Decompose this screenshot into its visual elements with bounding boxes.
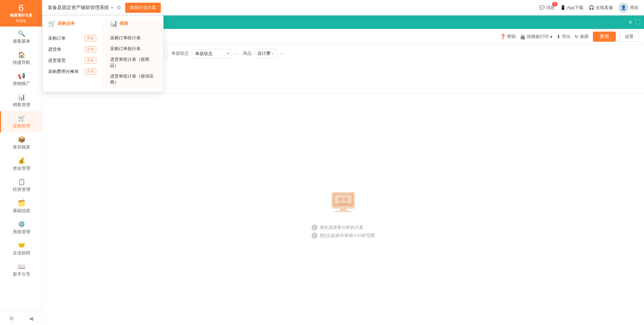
dropdown-item-stock-in-stat-supplier[interactable]: 进货单统计表（按供应商） — [110, 71, 158, 88]
doc-status-field: 单据状态 单据状态 ⋯ — [171, 49, 239, 58]
reports-col-title: 报表 — [119, 21, 128, 27]
hint-2: 2 用[过滤]条件来缩小分析范围 — [312, 233, 374, 239]
tab-close-all-icon[interactable]: ✕ — [628, 19, 633, 26]
stock-in-stat-supplier-label: 进货单统计表（按供应商） — [110, 73, 158, 85]
sidebar-item-enterprise[interactable]: 🤝 企业协同 — [0, 238, 42, 259]
sidebar-item-guide[interactable]: 📖 新手引导 — [0, 259, 42, 281]
sidebar-item-quick-nav[interactable]: 🏠 快捷导航 — [0, 48, 42, 69]
sidebar-item-search[interactable]: 🔍 搜索菜单 — [0, 27, 42, 48]
dropdown-item-purchase-order-stat[interactable]: 采购订单统计表 — [110, 33, 158, 43]
tab-maximize-icon[interactable]: ⛶ — [635, 19, 641, 25]
chevron-down-icon: ▾ — [111, 5, 113, 10]
industry-solution-button[interactable]: 体验行业方案 — [125, 3, 161, 13]
refresh-button[interactable]: ↻ 刷新 — [575, 34, 589, 40]
sidebar-item-basic-info[interactable]: 🗂️ 基础信息 — [0, 196, 42, 217]
basic-info-icon: 🗂️ — [18, 199, 25, 207]
dropdown-reports-col: 📊 报表 采购订单统计表 采购订单执行表 进货单统计表（按商品） 进货单统计表（… — [105, 20, 164, 88]
sidebar-item-operations[interactable]: 📋 经营管理 — [0, 175, 42, 196]
product-tag-close-icon[interactable]: × — [272, 51, 274, 55]
sidebar-item-system[interactable]: ⚙️ 系统管理 — [0, 217, 42, 238]
dropdown-columns: 🛒 采购业务 采购订单 历史 进货单 历史 进货退货 历史 采购费用分摊单 历史 — [43, 20, 163, 88]
sidebar-item-sales[interactable]: 📊 销售管理 — [0, 90, 42, 111]
system-title: 装备及固定资产辅助管理系统 — [48, 5, 109, 11]
reports-col-header: 📊 报表 — [110, 20, 158, 29]
sidebar-item-marketing-label: 营销推广 — [13, 81, 30, 87]
stock-in-history-badge: 历史 — [85, 46, 96, 52]
dropdown-item-stock-in-stat-product[interactable]: 进货单统计表（按商品） — [110, 54, 158, 71]
sidebar-item-quick-nav-label: 快捷导航 — [13, 59, 30, 66]
stock-return-label: 进货退货 — [48, 57, 66, 64]
logo-name: 畅捷通好生意 — [10, 13, 32, 18]
refresh-icon: ↻ — [575, 34, 579, 39]
dropdown-purchase-col: 🛒 采购业务 采购订单 历史 进货单 历史 进货退货 历史 采购费用分摊单 历史 — [43, 20, 102, 88]
query-button[interactable]: 查询 — [593, 32, 616, 42]
product-tag[interactable]: 设计费 × — [254, 49, 277, 58]
purchase-order-history-badge: 历史 — [85, 35, 96, 41]
hint-1: 1 请先选择要分析的方案 — [312, 225, 374, 231]
sidebar-item-operations-label: 经营管理 — [13, 187, 30, 193]
stock-in-stat-product-label: 进货单统计表（按商品） — [110, 56, 158, 69]
sidebar-item-purchase[interactable]: 🛒 采购管理 — [0, 111, 42, 132]
headset-icon: 🎧 — [589, 5, 594, 10]
export-label: 导出 — [562, 34, 571, 40]
empty-state: 1 请先选择要分析的方案 2 用[过滤]条件来缩小分析范围 — [42, 94, 644, 325]
doc-status-select-wrapper: 单据状态 — [191, 49, 232, 58]
avatar: 👤 — [618, 3, 629, 13]
phone-icon: 📱 — [560, 5, 566, 10]
marketing-icon: 📢 — [18, 72, 25, 80]
empty-illustration — [323, 180, 363, 220]
dropdown-item-stock-return[interactable]: 进货退货 历史 — [48, 55, 96, 66]
capital-icon: 💰 — [18, 157, 25, 164]
purchase-col-icon: 🛒 — [48, 20, 56, 27]
message-icon: 💬 — [539, 5, 545, 10]
dropdown-item-stock-in[interactable]: 进货单 历史 — [48, 44, 96, 55]
home-icon: 🏠 — [18, 51, 25, 58]
collapse-sidebar-btn[interactable]: ◀ — [29, 315, 33, 322]
dropdown-divider — [103, 20, 103, 88]
doc-status-select[interactable]: 单据状态 — [191, 49, 232, 58]
print-icon: 🖨️ — [520, 34, 526, 39]
purchase-col-header: 🛒 采购业务 — [48, 20, 96, 29]
dropdown-item-purchase-expense[interactable]: 采购费用分摊单 历史 — [48, 66, 96, 77]
user-avatar-button[interactable]: 👤 用友 — [618, 3, 639, 13]
print-label: 按模板打印 — [527, 34, 549, 40]
sidebar-logo: 6 畅捷通好生意 标准版 — [0, 0, 42, 27]
online-service-label: 在线客服 — [596, 5, 613, 11]
settings-footer-btn[interactable]: ⚙ — [9, 315, 14, 322]
refresh-label: 刷新 — [580, 34, 589, 40]
app-download-button[interactable]: 📱 App下载 — [560, 5, 583, 11]
sidebar: 6 畅捷通好生意 标准版 🔍 搜索菜单 🏠 快捷导航 📢 营销推广 📊 销售管理… — [0, 0, 42, 325]
print-button[interactable]: 🖨️ 按模板打印 ▾ — [520, 34, 552, 40]
svg-rect-5 — [338, 203, 348, 204]
svg-rect-2 — [335, 195, 352, 204]
doc-status-dots: ⋯ — [235, 51, 239, 56]
hint-2-num: 2 — [312, 233, 318, 239]
topbar-settings-icon[interactable]: ⚙ — [116, 4, 121, 11]
export-button[interactable]: ⬇ 导出 — [557, 34, 571, 40]
product-label: 商品 — [243, 50, 252, 56]
purchase-col-title: 采购业务 — [58, 21, 75, 27]
search-menu-icon: 🔍 — [18, 30, 25, 37]
settings-button[interactable]: 设置 — [620, 32, 639, 42]
avatar-icon: 👤 — [621, 5, 626, 10]
help-button[interactable]: ❓ 帮助 — [500, 34, 516, 40]
purchase-order-exec-label: 采购订单执行表 — [110, 46, 141, 52]
sidebar-item-purchase-label: 采购管理 — [13, 123, 30, 129]
svg-point-9 — [354, 196, 356, 198]
sidebar-item-search-label: 搜索菜单 — [13, 38, 30, 44]
online-service-button[interactable]: 🎧 在线客服 — [589, 5, 613, 11]
dropdown-item-purchase-order[interactable]: 采购订单 历史 — [48, 33, 96, 44]
sidebar-item-marketing[interactable]: 📢 营销推广 — [0, 69, 42, 90]
svg-point-3 — [338, 197, 343, 201]
sidebar-item-sales-label: 销售管理 — [13, 102, 30, 108]
dropdown-item-purchase-order-exec[interactable]: 采购订单执行表 — [110, 43, 158, 54]
topbar-breadcrumb: 装备及固定资产辅助管理系统 ▾ ⚙ — [48, 4, 121, 11]
sidebar-item-capital[interactable]: 💰 资金管理 — [0, 154, 42, 175]
purchase-order-stat-label: 采购订单统计表 — [110, 35, 141, 41]
inventory-icon: 📦 — [18, 136, 25, 143]
sidebar-item-inventory[interactable]: 📦 库存核算 — [0, 132, 42, 154]
help-icon: ❓ — [500, 34, 506, 39]
message-button[interactable]: 💬 消息 9 — [539, 5, 555, 11]
sidebar-item-basic-info-label: 基础信息 — [13, 208, 30, 214]
logo-icon: 6 — [19, 3, 24, 13]
